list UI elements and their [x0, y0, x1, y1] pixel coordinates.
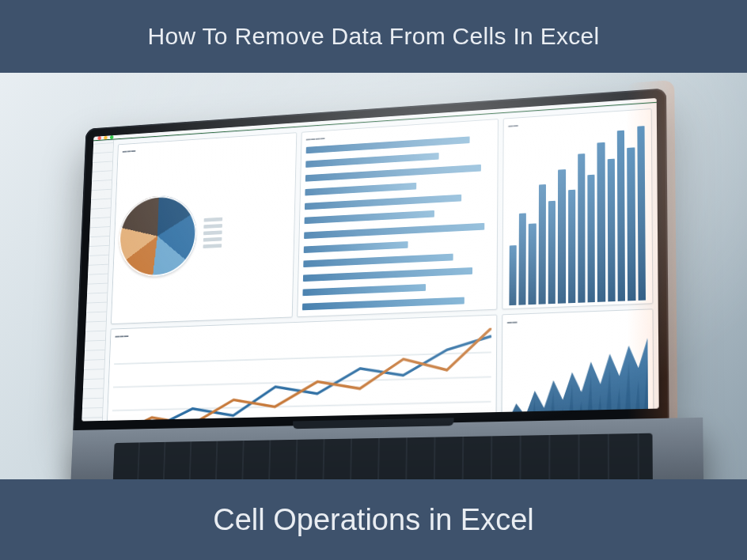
- worksheet-body: ▬▬▬ ▬▬▬▬: [82, 104, 658, 422]
- pie-chart-panel: ▬▬▬: [111, 132, 297, 324]
- laptop-illustration: ▬▬▬ ▬▬▬▬: [69, 85, 704, 479]
- panel-heading: ▬▬▬▬: [306, 124, 493, 141]
- pie-chart: [116, 145, 291, 320]
- dashboard-grid: ▬▬▬ ▬▬▬▬: [100, 104, 658, 422]
- line-chart: [110, 328, 491, 422]
- vbar-chart-panel: ▬▬: [502, 108, 653, 310]
- panel-heading: ▬▬▬: [115, 320, 491, 339]
- excel-screen: ▬▬▬ ▬▬▬▬: [82, 98, 658, 422]
- row-headers: [82, 140, 114, 421]
- laptop-hinge: [293, 418, 454, 429]
- vertical-bar-chart: [507, 122, 647, 305]
- panel-heading: ▬▬: [507, 315, 647, 324]
- area-chart: [506, 323, 648, 422]
- pie-legend: [203, 218, 223, 248]
- laptop-screen-frame: ▬▬▬ ▬▬▬▬: [73, 88, 669, 433]
- window-titlebar: [93, 98, 657, 140]
- close-icon: [97, 136, 101, 140]
- svg-line-0: [114, 353, 491, 365]
- svg-line-1: [113, 377, 491, 388]
- page-title: How To Remove Data From Cells In Excel: [147, 23, 599, 50]
- excel-toolbar: [93, 103, 657, 142]
- panel-heading: ▬▬: [508, 114, 646, 127]
- panel-heading: ▬▬▬: [123, 138, 292, 153]
- maximize-icon: [110, 135, 114, 139]
- horizontal-bar-chart: [302, 132, 493, 314]
- excel-ribbon: [93, 102, 657, 141]
- footer-band: Cell Operations in Excel: [0, 479, 747, 560]
- footer-title: Cell Operations in Excel: [213, 503, 534, 537]
- svg-line-2: [112, 402, 491, 411]
- area-chart-panel: ▬▬: [501, 308, 654, 421]
- hbar-chart-panel: ▬▬▬▬: [297, 119, 499, 317]
- tutorial-card: How To Remove Data From Cells In Excel: [0, 0, 747, 560]
- pie-chart-icon: [117, 194, 197, 278]
- header-band: How To Remove Data From Cells In Excel: [0, 0, 747, 73]
- laptop-deck: [69, 418, 704, 479]
- minimize-icon: [104, 136, 108, 140]
- hero-illustration: ▬▬▬ ▬▬▬▬: [0, 73, 747, 479]
- glow-effect: [626, 80, 678, 430]
- line-chart-panel: ▬▬▬: [105, 315, 497, 422]
- keyboard-icon: [112, 433, 653, 479]
